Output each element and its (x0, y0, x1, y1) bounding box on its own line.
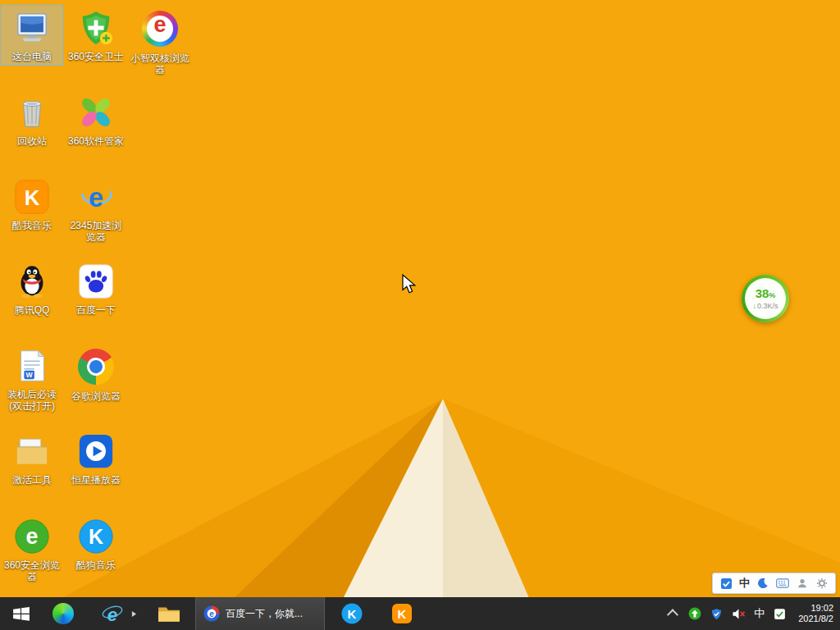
desktop-icon-baidu[interactable]: 百度一下 (65, 258, 127, 319)
browser-window-icon: e (203, 605, 220, 622)
desktop-icon-xiaozhi-browser[interactable]: e 小智双核浏览器 (129, 5, 191, 79)
icon-label: 恒星播放器 (66, 474, 126, 486)
ime-settings-gear-icon[interactable] (815, 577, 829, 590)
2345-e-glyph: e (89, 183, 103, 212)
readme-w-glyph: W (26, 371, 34, 379)
this-pc-icon (12, 9, 52, 48)
kuwo-music-icon: K (12, 178, 52, 217)
ime-language-toggle[interactable]: 中 (739, 577, 750, 590)
taskbar-kugou-button[interactable]: K (333, 597, 371, 630)
desktop-icon-2345-browser[interactable]: e 2345加速浏览器 (65, 174, 127, 246)
taskbar-baidu-window-button[interactable]: e 百度一下，你就... (195, 597, 325, 630)
windows-logo-icon (12, 604, 30, 623)
icon-label: 装机后必读(双击打开) (2, 389, 62, 412)
kugou-music-icon: K (76, 518, 116, 557)
kuwo-k-glyph: K (25, 186, 40, 209)
taskbar-360-button[interactable] (45, 597, 81, 630)
2345-browser-icon: e (76, 178, 116, 217)
desktop-icon-this-pc[interactable]: 这台电脑 (1, 5, 63, 66)
taskbar: e e 百度一下，你就... K K (0, 597, 840, 630)
task-button-label: 百度一下，你就... (226, 607, 303, 621)
desktop-icon-kuwo[interactable]: K 酷我音乐 (1, 174, 63, 235)
tray-language-indicator[interactable]: 中 (754, 606, 765, 621)
xiaozhi-browser-icon: e (140, 11, 180, 50)
desktop-icon-360-security[interactable]: 360安全卫士 (65, 5, 127, 66)
kugou-icon: K (341, 603, 363, 624)
desktop-icon-kugou[interactable]: K 酷狗音乐 (65, 514, 127, 574)
download-arrow-icon: ↓ (752, 302, 756, 310)
xiaozhi-e-glyph: e (142, 12, 178, 38)
system-tray: 中 19:02 2021/8/2 (665, 597, 840, 630)
start-button[interactable] (0, 597, 43, 630)
desktop-icon-chrome[interactable]: 谷歌浏览器 (65, 343, 127, 405)
desktop-icon-360-browser[interactable]: e 360安全浏览器 (1, 514, 63, 586)
recycle-bin-icon (12, 94, 52, 133)
360-sphere-icon (52, 603, 74, 624)
icon-label: 360软件管家 (66, 135, 126, 147)
ime-toolbar: 中 (712, 573, 836, 594)
network-speed-widget[interactable]: 38% ↓0.3K/s (742, 275, 789, 322)
360-browser-e-glyph: e (26, 524, 39, 549)
tray-expand-icon[interactable] (665, 607, 679, 621)
icon-label: 2345加速浏览器 (66, 220, 126, 243)
taskbar-ie-button[interactable]: e (94, 597, 130, 630)
svg-text:K: K (398, 607, 407, 621)
tray-date: 2021/8/2 (798, 614, 833, 624)
tray-update-up-icon[interactable] (687, 607, 701, 621)
360-software-manager-icon (76, 94, 116, 133)
kuwo-icon: K (391, 603, 413, 624)
folder-explorer-icon (158, 604, 180, 623)
icon-label: 这台电脑 (2, 51, 62, 62)
star-player-icon (76, 432, 116, 472)
desktop-icon-activation-tool[interactable]: 激活工具 (1, 428, 63, 489)
svg-text:e: e (107, 605, 117, 625)
icon-label: 谷歌浏览器 (66, 390, 126, 402)
360-browser-icon: e (12, 518, 52, 557)
qq-penguin-icon (12, 262, 52, 302)
kugou-k-glyph: K (89, 525, 103, 548)
svg-text:K: K (348, 607, 357, 621)
icon-label: 360安全卫士 (66, 51, 126, 62)
desktop-icon-star-player[interactable]: 恒星播放器 (65, 428, 127, 489)
baidu-paw-icon (76, 262, 116, 302)
tray-security-shield-icon[interactable] (710, 607, 724, 621)
tray-checkbox-icon[interactable] (773, 607, 787, 621)
icon-label: 酷我音乐 (2, 220, 62, 231)
taskbar-explorer-button[interactable] (151, 597, 187, 630)
icon-label: 激活工具 (2, 474, 62, 486)
desktop-icon-recycle-bin[interactable]: 回收站 (1, 89, 63, 150)
ie-icon: e (101, 602, 124, 625)
taskbar-kuwo-button[interactable]: K (383, 597, 421, 630)
360-security-icon (76, 9, 116, 48)
folder-icon (12, 432, 52, 472)
icon-label: 百度一下 (66, 304, 126, 316)
icon-label: 酷狗音乐 (66, 559, 126, 571)
tray-time: 19:02 (798, 603, 833, 614)
svg-text:e: e (209, 609, 214, 619)
ime-halfwidth-moon-icon[interactable] (756, 577, 769, 590)
ime-keyboard-icon[interactable] (776, 577, 789, 590)
desktop-icon-qq[interactable]: 腾讯QQ (1, 258, 63, 319)
readme-document-icon: W (12, 347, 52, 386)
widget-percent-sign: % (769, 291, 775, 299)
icon-label: 回收站 (2, 135, 62, 147)
ie-jumplist-arrow-icon[interactable] (129, 597, 139, 630)
tray-volume-muted-icon[interactable] (732, 607, 746, 621)
chrome-icon (76, 349, 116, 388)
desktop-icon-360-manager[interactable]: 360软件管家 (65, 89, 127, 150)
ime-status-check-icon[interactable] (719, 577, 733, 590)
icon-label: 360安全浏览器 (2, 559, 62, 582)
icon-label: 腾讯QQ (2, 304, 62, 316)
desktop-icon-readme[interactable]: W 装机后必读(双击打开) (1, 343, 63, 415)
tray-clock[interactable]: 19:02 2021/8/2 (798, 603, 833, 624)
widget-percent: 38 (756, 286, 769, 300)
widget-face: 38% ↓0.3K/s (745, 278, 786, 319)
ime-user-icon[interactable] (796, 577, 809, 590)
icon-label: 小智双核浏览器 (130, 52, 190, 75)
widget-speed: 0.3K/s (757, 302, 778, 310)
